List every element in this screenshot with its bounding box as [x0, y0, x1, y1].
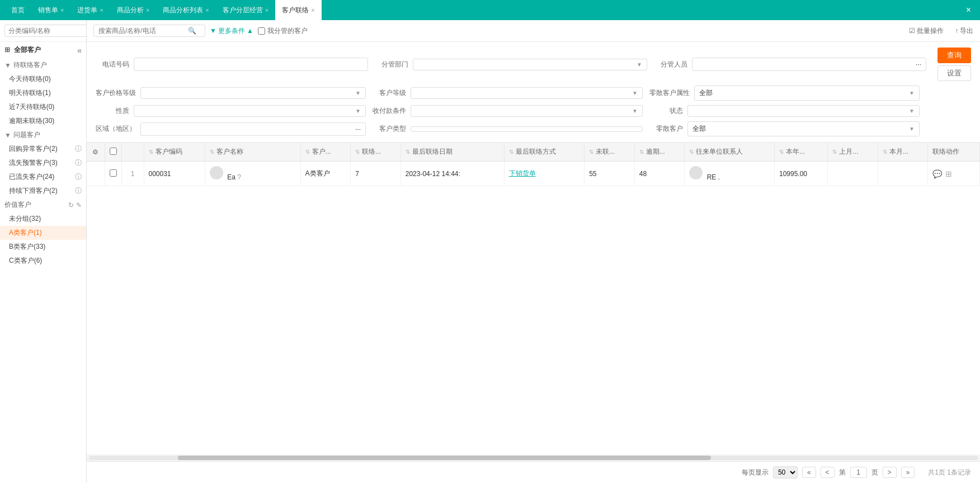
horizontal-scrollbar[interactable]: [87, 454, 980, 461]
sidebar-item-declining[interactable]: 持续下滑客户(2) ⓘ: [0, 184, 86, 198]
nav-customer-contact[interactable]: 客户联络 ×: [275, 0, 321, 20]
next-page-button[interactable]: >: [883, 467, 897, 478]
row-last-date: 2023-04-12 14:44:: [401, 162, 504, 186]
nav-sales[interactable]: 销售单 ×: [31, 0, 70, 20]
last-method-link[interactable]: 下销货单: [509, 169, 536, 177]
select-all-checkbox[interactable]: [110, 148, 117, 155]
customer-level-select[interactable]: ▼: [411, 87, 643, 99]
category-search-input[interactable]: [4, 25, 87, 37]
export-button[interactable]: ↑ 导出: [955, 26, 973, 36]
col-last-month-header[interactable]: ⇅ 上月...: [828, 143, 878, 162]
nav-close-customer-tier[interactable]: ×: [265, 7, 268, 13]
more-filters-button[interactable]: ▼ 更多条件 ▲: [210, 26, 253, 36]
sidebar-item-7days[interactable]: 近7天待联络(0): [0, 100, 86, 114]
nav-home[interactable]: 首页: [4, 0, 31, 20]
scrollbar-thumb[interactable]: [178, 456, 711, 460]
nav-product-analysis[interactable]: 商品分析 ×: [110, 0, 156, 20]
content-area: 🔍 ▼ 更多条件 ▲ 我分管的客户 ☑ 批量操作 ↑ 导出: [87, 20, 980, 483]
search-icon-main[interactable]: 🔍: [188, 27, 196, 35]
price-level-select[interactable]: ▼: [140, 87, 366, 99]
info-icon-3: ⓘ: [75, 172, 82, 182]
sidebar-group-value-header: 价值客户 ↻ ✎: [0, 198, 86, 212]
retail-customer-select[interactable]: 全部 ▼: [687, 121, 920, 136]
nav-purchase[interactable]: 进货单 ×: [70, 0, 110, 20]
chat-action-icon[interactable]: 💬: [932, 169, 942, 178]
prev-page-button[interactable]: <: [821, 467, 835, 478]
row-avatar: [210, 166, 223, 179]
window-close-button[interactable]: ×: [962, 5, 976, 15]
col-company-contact-header[interactable]: ⇅ 往来单位联系人: [685, 143, 775, 162]
customer-table: ⚙ ⇅ 客户编码: [87, 143, 980, 186]
col-overdue-sort-icon: ⇅: [639, 149, 644, 155]
col-type-header[interactable]: ⇅ 客户...: [300, 143, 351, 162]
sidebar-collapse-icon[interactable]: «: [77, 46, 82, 55]
last-page-button[interactable]: »: [901, 467, 915, 478]
scrollbar-track: [89, 456, 978, 460]
col-contact-header[interactable]: ⇅ 联络...: [351, 143, 401, 162]
filter-row-1: 电话号码 分管部门 ▼ 分管人员 ···: [96, 48, 971, 81]
row-checkbox[interactable]: [110, 169, 117, 177]
info-icon-1: ⓘ: [75, 144, 82, 154]
col-last-date-header[interactable]: ⇅ 最后联络日期: [401, 143, 504, 162]
col-overdue-header[interactable]: ⇅ 逾期...: [634, 143, 685, 162]
payment-arrow-icon: ▼: [632, 108, 638, 114]
nature-select[interactable]: ▼: [134, 105, 366, 117]
col-last-method-header[interactable]: ⇅ 最后联络方式: [504, 143, 585, 162]
nav-customer-tier[interactable]: 客户分层经营 ×: [216, 0, 275, 20]
refresh-icon[interactable]: ↻: [68, 201, 74, 209]
row-type: A类客户: [300, 162, 351, 186]
sidebar-item-class-b[interactable]: B类客户(33): [0, 240, 86, 254]
first-page-button[interactable]: «: [802, 467, 816, 478]
col-no-contact-header[interactable]: ⇅ 未联...: [585, 143, 635, 162]
search-input[interactable]: [98, 27, 188, 35]
sidebar-item-repurchase-anomaly[interactable]: 回购异常客户(2) ⓘ: [0, 142, 86, 156]
per-page-select[interactable]: 50: [773, 466, 798, 479]
nav-close-product-analysis[interactable]: ×: [146, 7, 149, 13]
col-no-contact-sort-icon: ⇅: [589, 149, 593, 155]
row-code: 000031: [144, 162, 205, 186]
nav-close-customer-contact[interactable]: ×: [311, 7, 314, 13]
sidebar-item-class-c[interactable]: C类客户(6): [0, 254, 86, 268]
col-name-header[interactable]: ⇅ 客户名称: [205, 143, 300, 162]
phone-input[interactable]: [134, 58, 368, 71]
sidebar-group-pending[interactable]: ▼ 待联络客户: [0, 58, 86, 72]
col-last-month-sort-icon: ⇅: [832, 149, 837, 155]
sidebar-item-tomorrow[interactable]: 明天待联络(1): [0, 86, 86, 100]
col-this-year-header[interactable]: ⇅ 本年...: [774, 143, 827, 162]
dept-select[interactable]: ▼: [413, 59, 647, 70]
nav-product-analysis-list[interactable]: 商品分析列表 ×: [156, 0, 215, 20]
sidebar-item-class-a[interactable]: A类客户(1): [0, 226, 86, 240]
sidebar-item-churn-warning[interactable]: 流失预警客户(3) ⓘ: [0, 156, 86, 170]
row-gear: [87, 162, 105, 186]
query-button[interactable]: 查询: [937, 48, 971, 63]
status-select[interactable]: ▼: [687, 105, 920, 117]
retail-attr-select[interactable]: 全部 ▼: [694, 86, 920, 101]
filter-customer-level: 客户等级 ▼: [373, 87, 643, 99]
main-layout: 🔍 ⊞ 全部客户 « ▼ 待联络客户 今天待联络(0) 明天待联络(1) 近7天…: [0, 20, 980, 483]
nav-close-purchase[interactable]: ×: [100, 7, 103, 13]
settings-button[interactable]: 设置: [937, 65, 971, 81]
nav-close-product-analysis-list[interactable]: ×: [205, 7, 209, 13]
edit-icon[interactable]: ✎: [76, 201, 82, 209]
row-overdue: 48: [634, 162, 685, 186]
row-seq: 1: [121, 162, 144, 186]
sidebar-all-customers[interactable]: ⊞ 全部客户 «: [0, 42, 86, 58]
region-select[interactable]: ···: [140, 122, 366, 136]
person-select[interactable]: ···: [692, 58, 926, 71]
sidebar-item-overdue[interactable]: 逾期未联络(30): [0, 114, 86, 128]
payment-select[interactable]: ▼: [411, 105, 643, 117]
grid-action-icon[interactable]: ⊞: [945, 169, 952, 178]
sidebar-item-churned[interactable]: 已流失客户(24) ⓘ: [0, 170, 86, 184]
current-page: 1: [850, 467, 867, 478]
col-this-month-header[interactable]: ⇅ 本月...: [878, 143, 928, 162]
gear-icon[interactable]: ⚙: [92, 148, 98, 156]
my-customers-checkbox[interactable]: [258, 27, 265, 35]
nav-close-sales[interactable]: ×: [60, 7, 64, 13]
sidebar-group-problem[interactable]: ▼ 问题客户: [0, 128, 86, 142]
filter-row-2: 客户价格等级 ▼ 客户等级 ▼ 零散客户属性 全部: [96, 86, 971, 101]
sidebar-item-ungrouped[interactable]: 未分组(32): [0, 212, 86, 226]
customer-type-select[interactable]: [411, 126, 643, 132]
batch-operation-button[interactable]: ☑ 批量操作: [909, 26, 944, 36]
col-code-header[interactable]: ⇅ 客户编码: [144, 143, 205, 162]
sidebar-item-today[interactable]: 今天待联络(0): [0, 72, 86, 86]
